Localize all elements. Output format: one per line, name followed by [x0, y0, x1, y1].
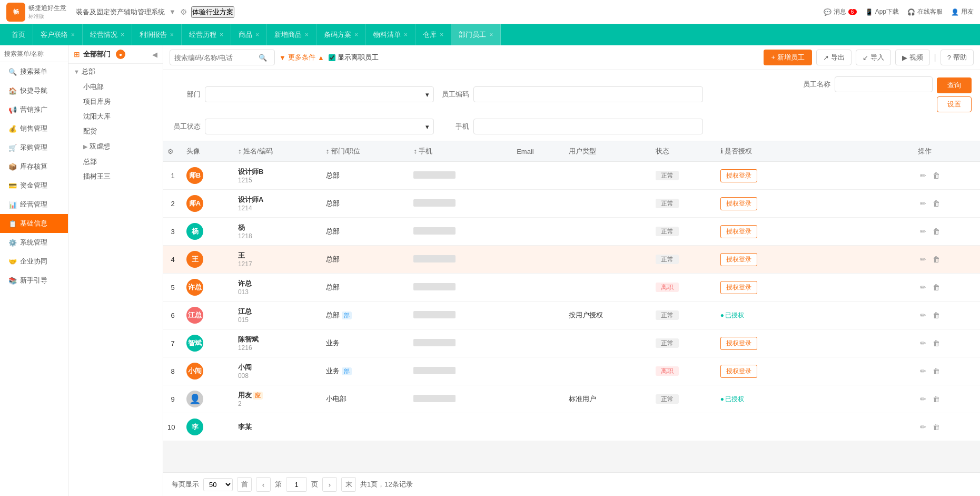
dept-item-chashuwangsan[interactable]: 插树王三	[68, 169, 163, 184]
col-settings[interactable]: ⚙	[163, 141, 182, 162]
sidebar-item-marketing[interactable]: 📢营销推广	[0, 100, 68, 119]
sidebar-item-inventory[interactable]: 📦库存核算	[0, 157, 68, 176]
dropdown-icon[interactable]: ▼	[169, 8, 176, 16]
auth-btn[interactable]: 授权登录	[720, 281, 757, 294]
tab-barcode[interactable]: 条码方案 ×	[316, 24, 366, 45]
sidebar-item-management[interactable]: 📊经营管理	[0, 195, 68, 214]
search-button[interactable]: 查询	[937, 77, 972, 93]
col-dept[interactable]: ↕ 部门/职位	[322, 141, 410, 162]
search-box[interactable]: 🔍	[170, 50, 275, 65]
delete-btn[interactable]: 🗑	[930, 366, 942, 376]
close-icon[interactable]: ×	[255, 31, 259, 38]
tab-warehouse[interactable]: 仓库 ×	[415, 24, 451, 45]
close-icon[interactable]: ×	[220, 31, 223, 38]
edit-btn[interactable]: ✏	[918, 254, 928, 265]
dept-all-label[interactable]: 全部部门	[83, 50, 111, 59]
col-phone[interactable]: ↕ 手机	[409, 141, 512, 162]
filter-more-btn[interactable]: ▼ 更多条件 ▲	[279, 53, 324, 62]
search-icon[interactable]: 🔍	[259, 54, 267, 62]
edit-btn[interactable]: ✏	[918, 198, 928, 209]
close-icon[interactable]: ×	[489, 31, 493, 38]
edit-btn[interactable]: ✏	[918, 394, 928, 404]
edit-btn[interactable]: ✏	[918, 422, 928, 432]
import-button[interactable]: ↙ 导入	[856, 50, 891, 65]
dept-item-zongbu[interactable]: 总部	[68, 154, 163, 169]
tab-history[interactable]: 经营历程 ×	[182, 24, 231, 45]
sidebar-item-finance[interactable]: 💳资金管理	[0, 176, 68, 195]
tab-home[interactable]: 首页	[4, 24, 33, 45]
export-button[interactable]: ↗ 导出	[816, 50, 852, 65]
emp-name-input[interactable]	[835, 76, 933, 92]
dept-item-zongbu-root[interactable]: ▼总部	[68, 64, 163, 80]
dept-filter-select[interactable]: ▾	[205, 86, 434, 102]
search-input[interactable]	[174, 54, 259, 62]
sidebar-item-sales[interactable]: 💰销售管理	[0, 119, 68, 138]
dept-item-shenyang[interactable]: 沈阳大库	[68, 109, 163, 124]
tab-add-goods[interactable]: 新增商品 ×	[267, 24, 316, 45]
user-nav[interactable]: 👤 用友	[951, 7, 974, 16]
collapse-icon[interactable]: ◀	[152, 51, 157, 59]
message-nav[interactable]: 💬 消息 6	[824, 7, 857, 16]
per-page-select[interactable]: 50 20 100	[203, 478, 233, 491]
auth-btn[interactable]: 授权登录	[720, 225, 757, 238]
emp-code-input[interactable]	[473, 86, 702, 102]
show-resign-input[interactable]	[329, 54, 335, 61]
dept-item-shuanglu[interactable]: ▶双虐想	[68, 139, 163, 154]
edit-btn[interactable]: ✏	[918, 226, 928, 237]
edit-btn[interactable]: ✏	[918, 310, 928, 320]
delete-btn[interactable]: 🗑	[930, 198, 942, 209]
settings-icon[interactable]: ⚙	[180, 7, 187, 17]
close-icon[interactable]: ×	[305, 31, 309, 38]
phone-input[interactable]	[473, 119, 702, 134]
page-number-input[interactable]	[286, 477, 307, 492]
delete-btn[interactable]: 🗑	[930, 338, 942, 348]
next-page-btn[interactable]: ›	[322, 477, 337, 492]
sidebar-item-nav[interactable]: 🏠快捷导航	[0, 81, 68, 100]
col-name[interactable]: ↕ 姓名/编码	[234, 141, 322, 162]
tab-profit[interactable]: 利润报告 ×	[132, 24, 182, 45]
help-button[interactable]: ? 帮助	[941, 50, 974, 65]
close-icon[interactable]: ×	[440, 31, 443, 38]
app-download-nav[interactable]: 📱 App下载	[865, 7, 899, 16]
dept-item-peihuo[interactable]: 配货	[68, 124, 163, 139]
sidebar-search-input[interactable]	[4, 50, 68, 57]
tab-goods[interactable]: 商品 ×	[231, 24, 267, 45]
tab-dept-staff[interactable]: 部门员工 ×	[451, 24, 501, 45]
edit-btn[interactable]: ✏	[918, 366, 928, 376]
tab-customer[interactable]: 客户联络 ×	[33, 24, 83, 45]
dept-item-xiaodiandu[interactable]: 小电部	[68, 80, 163, 94]
close-icon[interactable]: ×	[71, 31, 75, 38]
add-employee-button[interactable]: + 新增员工	[764, 50, 811, 65]
trial-button[interactable]: 体验行业方案	[191, 6, 234, 18]
sidebar-item-search[interactable]: 🔍搜索菜单	[0, 62, 68, 81]
online-service-nav[interactable]: 🎧 在线客服	[907, 7, 943, 16]
first-page-btn[interactable]: 首	[237, 477, 252, 492]
close-icon[interactable]: ×	[354, 31, 358, 38]
tab-bom[interactable]: 物料清单 ×	[366, 24, 415, 45]
auth-btn[interactable]: 授权登录	[720, 253, 757, 266]
prev-page-btn[interactable]: ‹	[256, 477, 271, 492]
delete-btn[interactable]: 🗑	[930, 170, 942, 181]
sidebar-item-basic[interactable]: 📋基础信息	[0, 214, 68, 233]
auth-btn[interactable]: 授权登录	[720, 169, 757, 182]
dept-item-project[interactable]: 项目库房	[68, 94, 163, 109]
close-icon[interactable]: ×	[170, 31, 174, 38]
auth-btn[interactable]: 授权登录	[720, 337, 757, 350]
status-filter-select[interactable]: ▾	[205, 119, 434, 134]
tab-operation[interactable]: 经营情况 ×	[83, 24, 132, 45]
edit-btn[interactable]: ✏	[918, 338, 928, 348]
sidebar-item-purchase[interactable]: 🛒采购管理	[0, 138, 68, 157]
sidebar-search-box[interactable]: 🔍	[0, 45, 68, 62]
set-button[interactable]: 设置	[937, 96, 972, 112]
delete-btn[interactable]: 🗑	[930, 310, 942, 320]
delete-btn[interactable]: 🗑	[930, 254, 942, 265]
last-page-btn[interactable]: 末	[341, 477, 356, 492]
auth-btn[interactable]: 授权登录	[720, 197, 757, 210]
edit-btn[interactable]: ✏	[918, 170, 928, 181]
delete-btn[interactable]: 🗑	[930, 282, 942, 293]
sidebar-item-guide[interactable]: 📚新手引导	[0, 271, 68, 290]
delete-btn[interactable]: 🗑	[930, 422, 942, 432]
close-icon[interactable]: ×	[404, 31, 408, 38]
auth-btn[interactable]: 授权登录	[720, 365, 757, 378]
delete-btn[interactable]: 🗑	[930, 394, 942, 404]
